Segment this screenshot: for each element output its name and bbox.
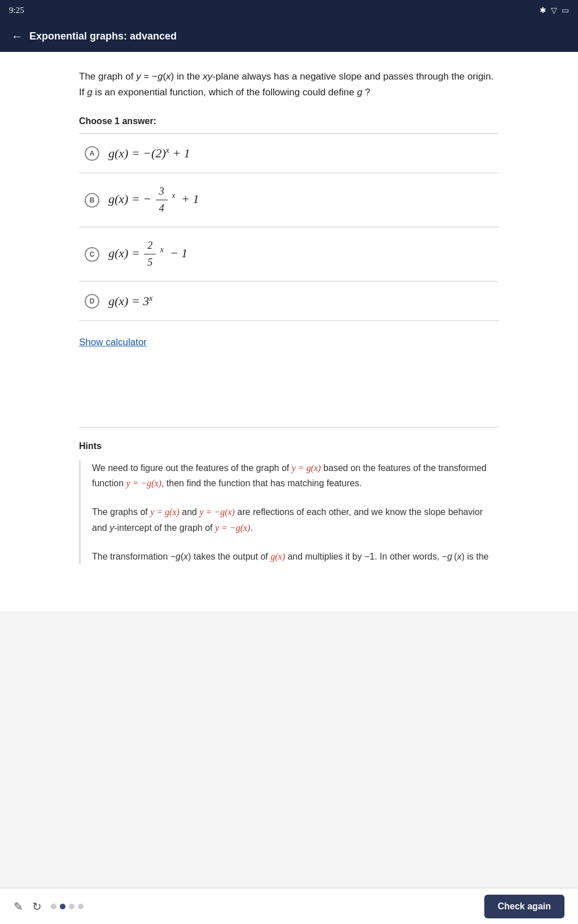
divider bbox=[79, 427, 499, 428]
option-c-math: g(x) = 2 5 x − 1 bbox=[108, 237, 187, 271]
option-b-circle: B bbox=[85, 193, 99, 208]
dot-2 bbox=[60, 904, 65, 909]
hint-math-2: y = −g(x) bbox=[126, 478, 161, 488]
show-calculator-link[interactable]: Show calculator bbox=[79, 337, 147, 348]
hints-box: We need to figure out the features of th… bbox=[79, 460, 499, 564]
status-time: 9:25 bbox=[9, 6, 24, 15]
hint-math-4: y = −g(x) bbox=[199, 507, 234, 517]
signal-icon: ▽ bbox=[551, 6, 557, 15]
bottom-bar: ✎ ↻ Check again bbox=[0, 888, 578, 924]
dot-4 bbox=[78, 904, 84, 909]
hint-paragraph-1: We need to figure out the features of th… bbox=[92, 460, 499, 491]
option-d-math: g(x) = 3x bbox=[108, 292, 152, 310]
option-b[interactable]: B g(x) = − 3 4 x + 1 bbox=[79, 173, 499, 227]
status-bar: 9:25 ✱ ▽ ▭ bbox=[0, 0, 578, 20]
back-button[interactable]: ← bbox=[11, 30, 23, 43]
battery-icon: ▭ bbox=[562, 6, 569, 15]
dot-3 bbox=[69, 904, 75, 909]
bottom-left-controls: ✎ ↻ bbox=[14, 900, 84, 913]
page-title: Exponential graphs: advanced bbox=[29, 30, 177, 42]
options-container: A g(x) = −(2)x + 1 B g(x) = − 3 4 x + 1 … bbox=[79, 133, 499, 321]
hint-paragraph-3: The transformation −g(x) takes the outpu… bbox=[92, 549, 499, 564]
progress-dots bbox=[51, 904, 84, 909]
hint-math-6: g(x) bbox=[270, 552, 285, 561]
option-a[interactable]: A g(x) = −(2)x + 1 bbox=[79, 134, 499, 173]
bluetooth-icon: ✱ bbox=[540, 6, 546, 15]
option-d[interactable]: D g(x) = 3x bbox=[79, 281, 499, 321]
hint-math-1: y = g(x) bbox=[292, 463, 321, 473]
option-d-circle: D bbox=[85, 294, 99, 309]
hint-math-3: y = g(x) bbox=[150, 507, 179, 517]
dot-1 bbox=[51, 904, 56, 909]
choose-answer-label: Choose 1 answer: bbox=[79, 116, 499, 126]
refresh-icon[interactable]: ↻ bbox=[32, 900, 42, 913]
option-c-circle: C bbox=[85, 247, 99, 262]
option-c[interactable]: C g(x) = 2 5 x − 1 bbox=[79, 227, 499, 281]
option-a-circle: A bbox=[85, 146, 99, 161]
check-again-button[interactable]: Check again bbox=[484, 895, 564, 918]
option-b-math: g(x) = − 3 4 x + 1 bbox=[108, 183, 199, 217]
status-icons: ✱ ▽ ▭ bbox=[540, 6, 569, 15]
hints-title: Hints bbox=[79, 441, 499, 451]
question-text: The graph of y = −g(x) in the xy-plane a… bbox=[79, 69, 499, 100]
pencil-icon[interactable]: ✎ bbox=[14, 900, 23, 913]
main-content: The graph of y = −g(x) in the xy-plane a… bbox=[0, 52, 578, 427]
hints-section: Hints We need to figure out the features… bbox=[0, 427, 578, 611]
hint-paragraph-2: The graphs of y = g(x) and y = −g(x) are… bbox=[92, 504, 499, 535]
hint-math-5: y = −g(x) bbox=[215, 523, 250, 533]
header: ← Exponential graphs: advanced bbox=[0, 20, 578, 52]
option-a-math: g(x) = −(2)x + 1 bbox=[108, 144, 190, 162]
